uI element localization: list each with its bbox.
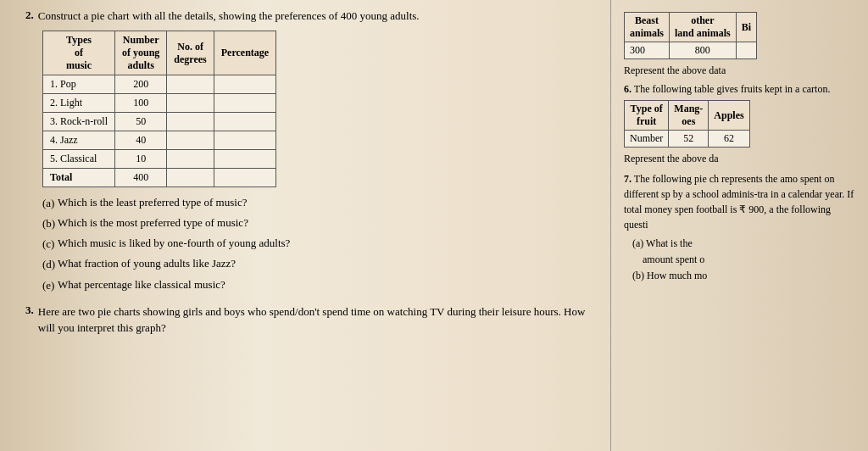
sub-q-d-text: What fraction of young adults like Jazz? xyxy=(58,255,593,272)
table-row: 1. Pop 200 xyxy=(43,75,276,94)
q7-section: 7. The following pie ch represents the a… xyxy=(624,171,855,285)
music-total-deg xyxy=(167,169,214,187)
music-total-label: Total xyxy=(43,169,115,187)
music-pct-1 xyxy=(214,75,275,94)
table-row: 3. Rock-n-roll 50 xyxy=(43,113,276,131)
music-num-5: 10 xyxy=(115,150,167,169)
sub-q-b-label: (b) xyxy=(42,214,58,233)
music-total-pct xyxy=(214,169,275,187)
beast-val-3 xyxy=(736,42,756,59)
q7-number: 7. xyxy=(624,173,632,185)
sub-q-e: (e) What percentage like classical music… xyxy=(42,276,593,295)
q2-number: 2. xyxy=(25,8,34,22)
music-deg-1 xyxy=(167,75,214,94)
question-2-header: 2. Construct a pie chart with all the de… xyxy=(25,8,593,24)
music-num-3: 50 xyxy=(115,113,167,131)
q6-text: 6. The following table gives fruits kept… xyxy=(624,81,855,97)
fruit-row: Number 52 62 xyxy=(625,131,750,148)
col-types: Typesofmusic xyxy=(43,31,115,75)
music-pct-4 xyxy=(214,131,275,150)
q7-text: 7. The following pie ch represents the a… xyxy=(624,171,855,232)
fruit-col-type: Type offruit xyxy=(625,101,669,131)
col-percentage: Percentage xyxy=(214,31,275,75)
table-row: 2. Light 100 xyxy=(43,94,276,113)
music-pct-2 xyxy=(214,94,275,113)
music-total-num: 400 xyxy=(115,169,167,187)
represent-text-2: Represent the above da xyxy=(624,151,855,166)
sub-q-b-text: Which is the most preferred type of musi… xyxy=(58,214,593,231)
q7-sub-b-label: (b) How much mo xyxy=(632,270,707,281)
sub-q-c-label: (c) xyxy=(42,235,58,253)
table-row: 4. Jazz 40 xyxy=(43,131,276,150)
beast-table: Beastanimals otherland animals Bi 300 80… xyxy=(624,12,757,59)
fruit-table: Type offruit Mang-oes Apples Number 52 6… xyxy=(624,100,750,148)
sub-q-e-text: What percentage like classical music? xyxy=(58,276,593,293)
music-deg-3 xyxy=(167,113,214,131)
fruit-col-mango: Mang-oes xyxy=(669,101,709,131)
sub-q-a-label: (a) xyxy=(42,194,58,213)
music-pct-5 xyxy=(214,150,275,169)
sub-q-a: (a) Which is the least preferred type of… xyxy=(42,194,593,213)
music-pct-3 xyxy=(214,113,275,131)
music-type-2: 2. Light xyxy=(43,94,115,113)
fruit-apple-val: 62 xyxy=(709,131,749,148)
q7-sub-b: (b) How much mo xyxy=(632,268,855,284)
q7-body: The following pie ch represents the amo … xyxy=(624,173,854,231)
beast-val-1: 300 xyxy=(625,42,670,59)
music-num-2: 100 xyxy=(115,94,167,113)
sub-q-b: (b) Which is the most preferred type of … xyxy=(42,214,593,233)
table-row: 5. Classical 10 xyxy=(43,150,276,169)
music-table: Typesofmusic Numberof youngadults No. of… xyxy=(42,31,276,187)
music-num-1: 200 xyxy=(115,75,167,94)
music-type-1: 1. Pop xyxy=(43,75,115,94)
left-panel: 2. Construct a pie chart with all the de… xyxy=(0,0,610,451)
sub-q-a-text: Which is the least preferred type of mus… xyxy=(58,194,593,211)
represent-text-1: Represent the above data xyxy=(624,63,855,78)
fruit-type-label: Number xyxy=(625,131,669,148)
q6-body: The following table gives fruits kept in… xyxy=(634,83,831,95)
fruit-mango-val: 52 xyxy=(669,131,709,148)
sub-questions-2: (a) Which is the least preferred type of… xyxy=(42,194,593,294)
sub-q-d: (d) What fraction of young adults like J… xyxy=(42,255,593,274)
beast-col-2: otherland animals xyxy=(670,13,737,42)
question-3: 3. Here are two pie charts showing girls… xyxy=(25,303,593,337)
page-container: 2. Construct a pie chart with all the de… xyxy=(0,0,868,451)
sub-q-e-label: (e) xyxy=(42,276,58,295)
sub-q-c-text: Which music is liked by one-fourth of yo… xyxy=(58,235,593,252)
music-type-4: 4. Jazz xyxy=(43,131,115,150)
music-type-5: 5. Classical xyxy=(43,150,115,169)
music-deg-5 xyxy=(167,150,214,169)
beast-row: 300 800 xyxy=(625,42,757,59)
beast-val-2: 800 xyxy=(670,42,737,59)
sub-q-c: (c) Which music is liked by one-fourth o… xyxy=(42,235,593,253)
q3-text: Here are two pie charts showing girls an… xyxy=(38,303,593,337)
fruit-col-apple: Apples xyxy=(709,101,749,131)
beast-col-1: Beastanimals xyxy=(625,13,670,42)
q2-text: Construct a pie chart with all the detai… xyxy=(38,8,420,24)
q6-number: 6. xyxy=(624,83,632,95)
beast-col-3: Bi xyxy=(736,13,756,42)
q6-section: 6. The following table gives fruits kept… xyxy=(624,81,855,166)
q3-number: 3. xyxy=(25,303,34,317)
music-deg-4 xyxy=(167,131,214,150)
music-deg-2 xyxy=(167,94,214,113)
col-degrees: No. ofdegrees xyxy=(167,31,214,75)
right-panel: Beastanimals otherland animals Bi 300 80… xyxy=(610,0,868,451)
table-row-total: Total 400 xyxy=(43,169,276,187)
music-num-4: 40 xyxy=(115,131,167,150)
music-type-3: 3. Rock-n-roll xyxy=(43,113,115,131)
q7-sub-a-detail: amount spent o xyxy=(632,253,704,265)
q7-sub-a-label: (a) What is the xyxy=(632,237,693,249)
sub-q-d-label: (d) xyxy=(42,255,58,274)
q7-sub-a: (a) What is the amount spent o xyxy=(632,236,855,268)
col-number: Numberof youngadults xyxy=(115,31,167,75)
